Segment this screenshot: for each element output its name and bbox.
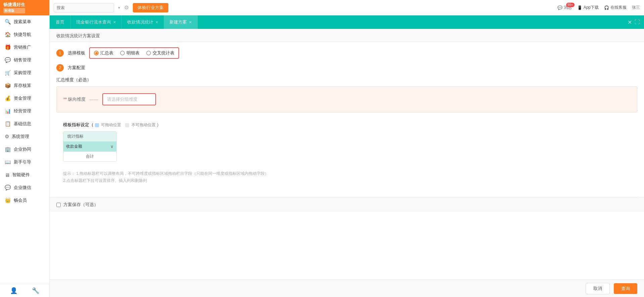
stat-table-header-label: 统计指标 [67,134,84,139]
footer-row: 方案保存（可选） [50,197,644,212]
sidebar-item-wechat[interactable]: 💬 企业微信 [0,181,49,194]
save-plan-label: 方案保存（可选） [63,202,98,208]
step2-label: 方案配置 [68,65,85,71]
stat-table: 统计指标 收款金额 ∨ 合计 [63,131,117,162]
radio-detail[interactable]: 明细表 [120,50,140,56]
indicator-section: 模板指标设定（ 可拖动位置 不可拖动位置 ） 统计指标 [56,117,637,167]
query-button[interactable]: 查询 [614,283,637,294]
sidebar-item-guide[interactable]: 📖 新手引导 [0,156,49,168]
app-download-label: App下载 [584,5,599,10]
tab-new-plan[interactable]: 新建方案 ✕ [164,15,198,29]
sidebar-item-basic-info[interactable]: 📋 基础信息 [0,117,49,130]
summary-dim-section: 汇总维度（必选） ** 纵向维度 —— 请选择分组维度 [56,77,637,112]
sidebar-item-label: 新手引导 [14,159,31,165]
stat-row-dropdown-icon[interactable]: ∨ [110,144,114,149]
sidebar-item-purchase[interactable]: 🛒 采购管理 [0,66,49,79]
sidebar-item-label: 经营管理 [14,108,31,114]
logo-tag: 标准版 [3,8,25,13]
message-icon: 💬 [557,5,562,10]
sidebar-item-search-menu[interactable]: 🔍 搜索菜单 [0,15,49,28]
stat-table-cell: 合计 [63,152,116,161]
industry-plan-button[interactable]: 体验行业方案 [133,3,168,12]
dropdown-arrow-icon[interactable]: ▾ [118,5,120,10]
vertical-dim-label: ** 纵向维度 [63,96,86,102]
user-icon[interactable]: 👤 [10,287,17,294]
radio-detail-label: 明细表 [126,50,140,56]
stat-table-header: 统计指标 [63,132,116,142]
nav-tabs-actions: ✕ ⛶ [628,19,644,26]
content-area: 收款情况统计方案设置 1 选择模板 汇总表 明细表 [50,29,644,280]
legend-draggable-dot [95,123,99,127]
sidebar-logo: 畅捷通好生 标准版 [0,0,49,15]
topbar-gear-icon[interactable]: ⚙ [124,4,129,11]
gear-icon: ⚙ [5,134,9,140]
search-menu-icon: 🔍 [5,19,11,25]
dim-config-panel: ** 纵向维度 —— 请选择分组维度 [56,86,637,112]
sidebar-item-quick-nav[interactable]: 🏠 快捷导航 [0,28,49,41]
indicator-title-row: 模板指标设定（ 可拖动位置 不可拖动位置 ） [63,122,631,128]
main-area: ▾ ⚙ 体验行业方案 💬 消息 99+ 📱 App下载 🎧 在线客服 张三 首页 [50,0,644,297]
tab-collection-stats-close-icon[interactable]: ✕ [155,20,158,24]
page-header-title: 收款情况统计方案设置 [56,33,100,38]
tab-new-plan-close-icon[interactable]: ✕ [189,20,192,24]
sidebar-item-member[interactable]: 👑 畅会员 [0,194,49,207]
tab-bank-flow-label: 现金银行流水查询 [76,19,111,25]
form-section: 1 选择模板 汇总表 明细表 交叉统计表 [50,42,644,197]
tips-section: 提示： 1.拖动标题栏可以调整布局，不可跨维度或指标区域拖动栏目字段（只能在同一… [56,167,637,192]
tab-bank-flow-close-icon[interactable]: ✕ [113,20,116,24]
sales-icon: 💬 [5,57,11,63]
sidebar-item-finance[interactable]: 💰 资金管理 [0,92,49,105]
sidebar-item-hardware[interactable]: 🖥 智能硬件 [0,168,49,181]
sidebar-item-sales[interactable]: 💬 销售管理 [0,54,49,66]
radio-summary[interactable]: 汇总表 [94,50,113,56]
sidebar-item-label: 基础信息 [14,121,31,127]
gift-icon: 🎁 [5,44,11,50]
tab-home[interactable]: 首页 [50,15,71,29]
topbar: ▾ ⚙ 体验行业方案 💬 消息 99+ 📱 App下载 🎧 在线客服 张三 [50,0,644,15]
box-icon: 📦 [5,83,11,89]
sidebar-item-system[interactable]: ⚙ 系统管理 [0,130,49,143]
sidebar-item-inventory[interactable]: 📦 库存核算 [0,79,49,92]
sidebar-item-label: 企业微信 [14,185,31,191]
building-icon: 🏢 [5,146,11,152]
message-item[interactable]: 💬 消息 99+ [557,5,572,10]
page-header: 收款情况统计方案设置 [50,29,644,42]
save-plan-checkbox[interactable] [56,203,61,207]
service-icon: 🎧 [604,5,609,10]
legend-fixed-label: 不可拖动位置 [131,122,156,127]
message-badge: 99+ [566,3,575,7]
sidebar-bottom: 👤 🔧 [0,284,49,297]
sidebar-item-label: 搜索菜单 [14,19,31,25]
money-icon: 💰 [5,95,11,101]
settings-icon[interactable]: 🔧 [32,287,39,294]
tab-collection-stats-label: 收款情况统计 [127,19,153,25]
step2-badge: 2 [56,64,64,71]
legend-fixed-dot [125,123,129,127]
tab-collection-stats[interactable]: 收款情况统计 ✕ [122,15,164,29]
step1-badge: 1 [56,49,64,57]
online-service-item[interactable]: 🎧 在线客服 [604,5,627,10]
user-name: 张三 [632,5,640,10]
cancel-button[interactable]: 取消 [586,283,610,294]
expand-icon[interactable]: ⛶ [635,19,640,25]
sidebar-item-enterprise[interactable]: 🏢 企业协同 [0,143,49,156]
close-all-icon[interactable]: ✕ [628,19,632,26]
dim-select-input[interactable]: 请选择分组维度 [102,93,156,105]
sidebar-item-label: 采购管理 [14,70,31,76]
sidebar-item-marketing[interactable]: 🎁 营销推广 [0,41,49,54]
sidebar-item-label: 销售管理 [14,57,31,63]
crown-icon: 👑 [5,197,11,203]
online-service-label: 在线客服 [610,5,627,10]
radio-cross[interactable]: 交叉统计表 [146,50,174,56]
sidebar-item-operations[interactable]: 📊 经营管理 [0,105,49,117]
tab-bank-flow[interactable]: 现金银行流水查询 ✕ [71,15,122,29]
bottom-bar: 取消 查询 [50,280,644,297]
app-download-item[interactable]: 📱 App下载 [577,5,599,10]
stat-table-row: 收款金额 ∨ [63,142,116,152]
radio-summary-label: 汇总表 [100,50,113,56]
legend-draggable-label: 可拖动位置 [101,122,121,127]
indicator-title: 模板指标设定（ 可拖动位置 不可拖动位置 ） [63,122,161,128]
radio-cross-label: 交叉统计表 [153,50,174,56]
search-input[interactable] [54,3,114,12]
arrow-line: —— [90,97,98,102]
